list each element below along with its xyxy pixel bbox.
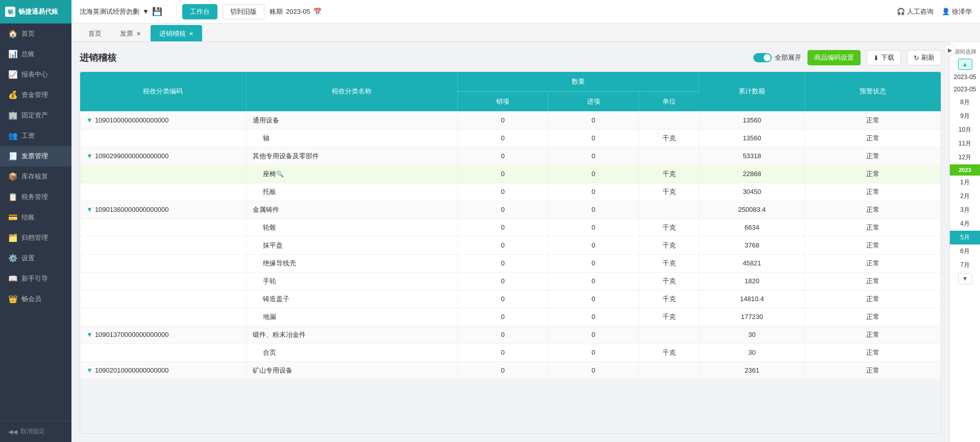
- search-icon[interactable]: 🔍: [276, 170, 284, 178]
- page-title: 进销稽核: [80, 52, 116, 64]
- period-nav-up[interactable]: ▲: [958, 59, 972, 70]
- sidebar-item-invoice[interactable]: 🧾 发票管理: [0, 146, 71, 166]
- sidebar-item-assets[interactable]: 🏢 固定资产: [0, 105, 71, 126]
- calendar-icon[interactable]: 📅: [313, 8, 322, 15]
- period-item-12[interactable]: 12月: [950, 151, 980, 164]
- period-item-1[interactable]: 1月: [950, 176, 980, 189]
- sidebar-item-reports[interactable]: 📈 报表中心: [0, 64, 71, 85]
- sidebar-item-funds[interactable]: 💰 资金管理: [0, 85, 71, 105]
- period-item-3[interactable]: 3月: [950, 203, 980, 217]
- app-name: 畅捷通易代账: [18, 7, 58, 16]
- user-name: 徐泽华: [952, 7, 972, 16]
- purchase-cell: 0: [548, 147, 639, 165]
- expand-icon[interactable]: ▼: [86, 116, 93, 124]
- status-cell: 正常: [805, 308, 941, 326]
- tab-home[interactable]: 首页: [80, 25, 110, 41]
- purchase-cell: 0: [548, 183, 639, 201]
- sidebar-item-guide[interactable]: 📖 新手引导: [0, 268, 71, 289]
- period-value: 2023-05: [286, 8, 310, 15]
- content-area: 进销稽核 全部展开 商品编码设置 ⬇ 下载 ↻ 刷: [71, 42, 980, 442]
- sidebar-footer-unpin[interactable]: ◀◀ 取消固定: [0, 421, 71, 442]
- close-icon[interactable]: ✕: [136, 26, 141, 42]
- cumulative-cell: 250083.4: [699, 201, 805, 218]
- unit-cell: 千克: [639, 165, 699, 183]
- period-selector: 期间选择 ▲ 2023-05 2023-05 8月 9月 10月 11月 12月…: [950, 46, 980, 285]
- period-label: 账期: [270, 7, 283, 16]
- expand-icon[interactable]: ▼: [86, 152, 93, 160]
- company-name: 沈海英测试经营勿删: [80, 7, 139, 16]
- period-item-4[interactable]: 4月: [950, 217, 980, 231]
- col-cumulative: 累计数额: [699, 72, 805, 111]
- user-menu[interactable]: 👤 徐泽华: [942, 7, 972, 16]
- period-item-8[interactable]: 8月: [950, 95, 980, 109]
- sidebar-item-inventory[interactable]: 📦 库存核算: [0, 166, 71, 187]
- cumulative-cell: 30: [699, 326, 805, 343]
- refresh-button[interactable]: ↻ 刷新: [907, 50, 941, 65]
- sidebar: 畅 畅捷通易代账 🏠 首页 📊 总账 📈 报表中心 💰 资金管理 🏢 固定资产 …: [0, 0, 71, 442]
- expand-icon[interactable]: ▼: [86, 331, 93, 338]
- sale-cell: 0: [457, 236, 548, 254]
- expand-icon[interactable]: ▼: [86, 366, 93, 374]
- toggle-track[interactable]: [753, 53, 772, 62]
- period-item-5[interactable]: 5月: [950, 231, 980, 244]
- checkout-icon: 💳: [8, 213, 17, 222]
- period-item-11[interactable]: 11月: [950, 137, 980, 151]
- toggle-thumb: [764, 54, 771, 61]
- cumulative-cell: 13560: [699, 129, 805, 147]
- sidebar-item-ledger[interactable]: 📊 总账: [0, 44, 71, 64]
- tax-code-cell: [80, 290, 246, 308]
- period-item[interactable]: 2023-05: [950, 83, 980, 95]
- product-code-setting-button[interactable]: 商品编码设置: [807, 50, 861, 65]
- unit-cell: [639, 361, 699, 379]
- tax-icon: 📋: [8, 192, 17, 202]
- page-content: 进销稽核 全部展开 商品编码设置 ⬇ 下载 ↻ 刷: [71, 42, 949, 442]
- close-icon[interactable]: ✕: [189, 26, 193, 42]
- tax-name-cell: 金属铸件: [246, 201, 457, 218]
- company-selector[interactable]: 沈海英测试经营勿删 ▼ 💾: [80, 7, 172, 16]
- table-header-row: 税收分类编码 税收分类名称 数量 累计数额 预警状态: [80, 72, 941, 92]
- tax-code-cell: ▼10901360000000000000: [80, 201, 246, 218]
- unit-cell: 千克: [639, 129, 699, 147]
- sidebar-item-tax[interactable]: 📋 税务管理: [0, 187, 71, 207]
- table-row: 托板 0 0 千克 30450 正常: [80, 183, 941, 201]
- sidebar-item-label: 税务管理: [21, 192, 48, 202]
- period-item-10[interactable]: 10月: [950, 123, 980, 137]
- sale-cell: 0: [457, 201, 548, 218]
- sidebar-item-checkout[interactable]: 💳 结账: [0, 207, 71, 228]
- tax-name-cell: 合页: [246, 343, 457, 361]
- tax-name-cell: 轴: [246, 129, 457, 147]
- sidebar-item-payroll[interactable]: 👥 工资: [0, 126, 71, 146]
- download-button[interactable]: ⬇ 下载: [867, 50, 901, 65]
- workbench-button[interactable]: 工作台: [182, 4, 217, 19]
- period-display: 账期 2023-05 📅: [270, 7, 322, 16]
- status-cell: 正常: [805, 111, 941, 129]
- tab-invoice[interactable]: 发票 ✕: [111, 25, 150, 41]
- sidebar-item-home[interactable]: 🏠 首页: [0, 23, 71, 44]
- panel-toggle-button[interactable]: ▶: [944, 44, 956, 56]
- period-item[interactable]: 2023-05: [950, 71, 980, 83]
- sidebar-item-archive[interactable]: 🗂️ 归档管理: [0, 228, 71, 248]
- purchase-cell: 0: [548, 165, 639, 183]
- toggle-label: 全部展开: [775, 53, 801, 62]
- sidebar-item-label: 畅会员: [21, 294, 41, 304]
- period-item-6[interactable]: 6月: [950, 244, 980, 258]
- tab-reconciliation[interactable]: 进销稽核 ✕: [151, 25, 202, 41]
- expand-toggle[interactable]: 全部展开: [753, 53, 801, 62]
- purchase-cell: 0: [548, 326, 639, 343]
- expand-icon[interactable]: ▼: [86, 206, 93, 213]
- switch-version-button[interactable]: 切到旧版: [223, 4, 264, 19]
- support-button[interactable]: 🎧 人工咨询: [897, 7, 934, 16]
- sidebar-item-settings[interactable]: ⚙️ 设置: [0, 248, 71, 268]
- tax-code-cell: [80, 254, 246, 272]
- sidebar-item-membership[interactable]: 👑 畅会员: [0, 289, 71, 309]
- period-item-9[interactable]: 9月: [950, 109, 980, 123]
- table-row: ▼10901000000000000000 通用设备 0 0 13560 正常: [80, 111, 941, 129]
- period-item-2[interactable]: 2月: [950, 189, 980, 203]
- year-label: 2023: [950, 164, 980, 176]
- col-purchase: 进项: [548, 92, 639, 112]
- period-nav-down[interactable]: ▼: [958, 273, 972, 284]
- period-item-7[interactable]: 7月: [950, 258, 980, 272]
- main-area: 沈海英测试经营勿删 ▼ 💾 工作台 切到旧版 账期 2023-05 📅 🎧 人工…: [71, 0, 980, 442]
- tax-name-cell: 其他专用设备及零部件: [246, 147, 457, 165]
- purchase-cell: 0: [548, 129, 639, 147]
